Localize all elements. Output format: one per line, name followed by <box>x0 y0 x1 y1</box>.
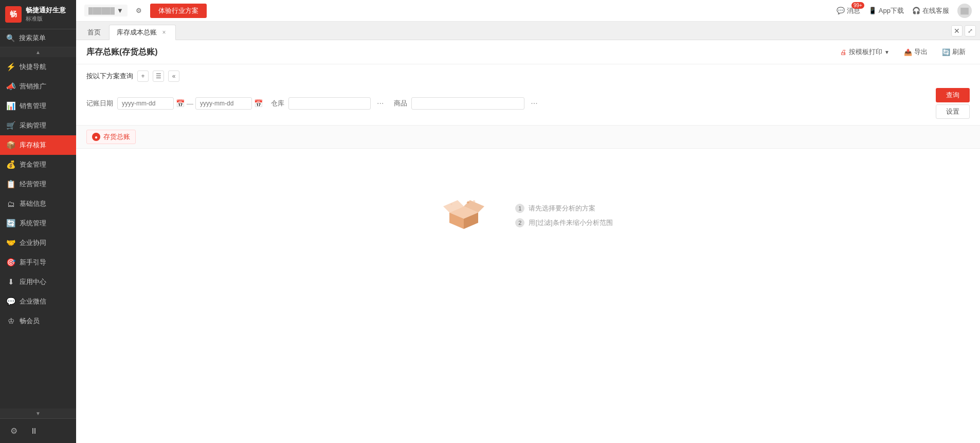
tab-bar: 首页 库存成本总账 × ✕ ⤢ <box>76 22 980 40</box>
refresh-btn[interactable]: 🔄 刷新 <box>938 45 970 59</box>
sidebar-item-finance[interactable]: 💰 资金管理 <box>0 155 76 174</box>
basic-info-icon: 🗂 <box>6 200 15 208</box>
sidebar-item-marketing[interactable]: 📣 营销推广 <box>0 77 76 96</box>
empty-state-content: ✦ 1 请先选择要分析的方案 2 用[过滤]条件来缩小分析范围 <box>443 190 612 241</box>
search-icon: 🔍 <box>6 34 15 42</box>
expand-panel-btn[interactable]: ⤢ <box>965 25 976 37</box>
warehouse-more-btn[interactable]: ··· <box>375 99 386 108</box>
tab-close-btn[interactable]: × <box>160 28 168 37</box>
member-icon: ♔ <box>6 316 15 326</box>
filter-row: 记账日期 📅 — 📅 仓库 ··· <box>86 88 970 119</box>
sidebar-bottom: ⚙ ⏸ <box>0 418 76 443</box>
main-area: ██████ ▼ ⚙ 体验行业方案 💬 消息 99+ 📱 App下载 🎧 在线客… <box>76 0 980 443</box>
date-filter-group: 记账日期 📅 — 📅 <box>86 97 263 110</box>
product-input[interactable] <box>411 97 524 110</box>
tip-num-1: 1 <box>515 204 524 213</box>
message-badge: 99+ <box>851 2 864 9</box>
settings-small-btn[interactable]: 设置 <box>936 104 970 119</box>
app-download-btn[interactable]: 📱 App下载 <box>868 6 904 15</box>
sidebar-item-inventory[interactable]: 📦 库存核算 <box>0 135 76 155</box>
sidebar-scroll-up[interactable]: ▲ <box>0 47 76 57</box>
page-title: 库存总账(存货总账) <box>86 47 158 58</box>
sidebar-item-enterprise[interactable]: 🤝 企业协同 <box>0 233 76 253</box>
company-name-text: ██████ <box>88 7 115 14</box>
tab-inventory-ledger[interactable]: 库存成本总账 × <box>109 25 176 40</box>
filter-collapse-btn[interactable]: « <box>168 70 179 82</box>
online-service-btn[interactable]: 🎧 在线客服 <box>912 6 949 15</box>
sidebar-logo: 畅 畅捷通好生意 标准版 <box>0 0 76 29</box>
inventory-icon: 📦 <box>6 140 15 150</box>
wechat-icon: 💬 <box>6 297 15 306</box>
sidebar-scroll-down[interactable]: ▼ <box>0 409 76 418</box>
date-label: 记账日期 <box>86 99 113 108</box>
header-settings-btn[interactable]: ⚙ <box>132 4 146 18</box>
operations-icon: 📋 <box>6 180 15 189</box>
close-panel-btn[interactable]: ✕ <box>951 25 963 37</box>
sidebar-menu: ⚡ 快捷导航 📣 营销推广 📊 销售管理 🛒 采购管理 📦 库存核算 💰 资金管… <box>0 57 76 409</box>
company-selector[interactable]: ██████ ▼ <box>84 5 128 16</box>
sidebar-search[interactable]: 🔍 搜索菜单 <box>0 29 76 47</box>
chevron-up-icon: ▲ <box>35 49 41 55</box>
filter-title: 按以下方案查询 <box>86 72 133 81</box>
chevron-down-icon: ▼ <box>117 7 123 14</box>
tip-text-2: 用[过滤]条件来缩小分析范围 <box>529 218 612 227</box>
empty-illustration: ✦ <box>443 190 495 241</box>
sidebar-item-sales[interactable]: 📊 销售管理 <box>0 96 76 116</box>
sidebar-item-purchase[interactable]: 🛒 采购管理 <box>0 116 76 135</box>
product-label: 商品 <box>394 99 407 108</box>
scheme-item[interactable]: ● 存货总账 <box>86 130 136 144</box>
date-separator: — <box>187 100 193 108</box>
date-input-wrap: 📅 — 📅 <box>117 97 263 110</box>
sidebar-item-system[interactable]: 🔄 系统管理 <box>0 214 76 233</box>
sidebar-item-guide[interactable]: 🎯 新手引导 <box>0 253 76 272</box>
date-end-input[interactable] <box>195 97 252 110</box>
print-template-btn[interactable]: 🖨 按模板打印 ▼ <box>836 45 894 59</box>
filter-add-btn[interactable]: + <box>137 70 149 82</box>
calendar-start-icon[interactable]: 📅 <box>176 99 185 108</box>
sales-icon: 📊 <box>6 101 15 111</box>
empty-tip-1: 1 请先选择要分析的方案 <box>515 204 612 213</box>
filter-panel: 按以下方案查询 + ☰ « 记账日期 📅 — <box>76 64 980 126</box>
dropdown-icon: ▼ <box>884 49 890 55</box>
add-icon: + <box>141 73 144 80</box>
sidebar-settings-btn[interactable]: ⚙ <box>6 424 22 438</box>
filter-settings-btn[interactable]: ☰ <box>153 70 164 82</box>
purchase-icon: 🛒 <box>6 121 15 130</box>
sidebar-item-app-center[interactable]: ⬇ 应用中心 <box>0 272 76 292</box>
page-content: 库存总账(存货总账) 🖨 按模板打印 ▼ 📤 导出 🔄 刷新 <box>76 40 980 443</box>
app-center-icon: ⬇ <box>6 277 15 287</box>
sidebar-item-basic-info[interactable]: 🗂 基础信息 <box>0 194 76 214</box>
page-header: 库存总账(存货总账) 🖨 按模板打印 ▼ 📤 导出 🔄 刷新 <box>76 40 980 64</box>
collapse-icon: « <box>172 73 176 80</box>
scheme-filter: ● 存货总账 <box>76 126 980 149</box>
quick-nav-icon: ⚡ <box>6 62 15 72</box>
sidebar-audio-btn[interactable]: ⏸ <box>26 424 42 438</box>
sidebar-item-quick-nav[interactable]: ⚡ 快捷导航 <box>0 57 76 77</box>
user-profile-btn[interactable]: ██ <box>957 4 972 18</box>
query-btn[interactable]: 查询 <box>936 88 970 102</box>
tip-text-1: 请先选择要分析的方案 <box>529 204 595 213</box>
export-btn[interactable]: 📤 导出 <box>900 45 932 59</box>
headset-icon: 🎧 <box>912 7 920 14</box>
tab-home[interactable]: 首页 <box>80 25 108 40</box>
message-btn[interactable]: 💬 消息 99+ <box>837 6 860 15</box>
page-header-actions: 🖨 按模板打印 ▼ 📤 导出 🔄 刷新 <box>836 45 970 59</box>
warehouse-input[interactable] <box>288 97 371 110</box>
industry-solution-btn[interactable]: 体验行业方案 <box>150 4 207 18</box>
sidebar-item-wechat[interactable]: 💬 企业微信 <box>0 292 76 311</box>
logo-icon: 畅 <box>5 6 22 23</box>
marketing-icon: 📣 <box>6 82 15 91</box>
header-right: 💬 消息 99+ 📱 App下载 🎧 在线客服 ██ <box>837 4 972 18</box>
scheme-item-label: 存货总账 <box>103 132 130 141</box>
settings-icon: ☰ <box>156 73 161 80</box>
sidebar-item-operations[interactable]: 📋 经营管理 <box>0 174 76 194</box>
product-more-btn[interactable]: ··· <box>529 99 539 108</box>
date-start-input[interactable] <box>117 97 174 110</box>
svg-point-7 <box>451 203 452 205</box>
tab-home-label: 首页 <box>87 28 101 37</box>
sidebar-item-member[interactable]: ♔ 畅会员 <box>0 311 76 331</box>
phone-icon: 📱 <box>868 7 877 14</box>
empty-tips: 1 请先选择要分析的方案 2 用[过滤]条件来缩小分析范围 <box>515 204 612 227</box>
empty-state: ✦ 1 请先选择要分析的方案 2 用[过滤]条件来缩小分析范围 <box>76 149 980 282</box>
calendar-end-icon[interactable]: 📅 <box>254 99 263 108</box>
